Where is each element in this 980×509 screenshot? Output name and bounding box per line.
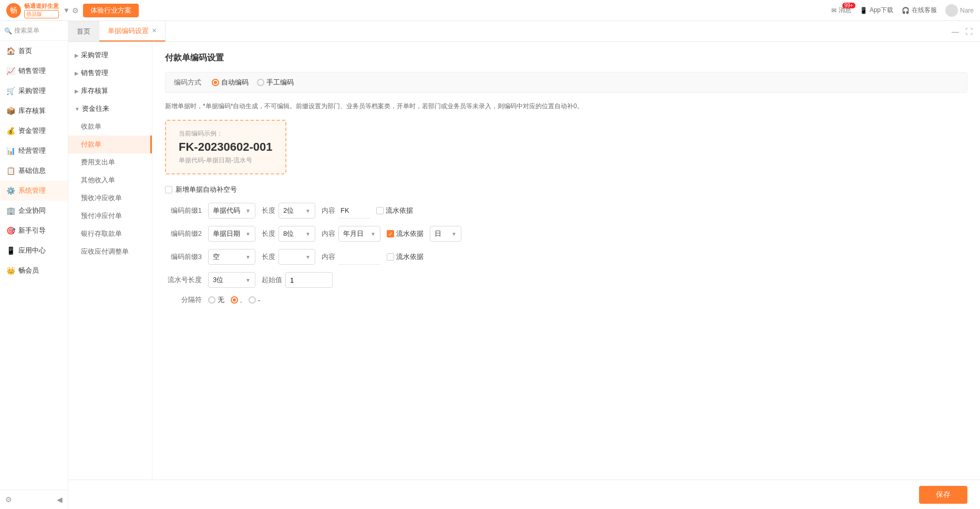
top-bar-nav: ▼ ⚙ [63,6,79,15]
sub-menu-sales-header[interactable]: ▶ 销售管理 [68,64,152,82]
serial-len-select[interactable]: 3位 ▼ [208,272,255,288]
preview-sub: 单据代码-单据日期-流水号 [179,156,273,165]
message-badge: 99+ [842,3,855,8]
sub-menu-inventory-header[interactable]: ▶ 库存核算 [68,82,152,100]
save-button[interactable]: 保存 [919,486,967,504]
collapse-icon[interactable]: ◀ [57,495,63,504]
tab-bar: 首页 单据编码设置 ✕ — ⛶ [68,21,980,42]
sub-menu-item-other-income[interactable]: 其他收入单 [68,171,152,189]
sidebar-item-guide[interactable]: 🎯 新手引导 [0,221,68,241]
search-icon: 🔍 [4,27,12,35]
auto-encode-radio-circle [212,79,219,86]
message-item[interactable]: ✉ 消息 99+ [831,6,851,15]
prefix3-select[interactable]: 空 ▼ [208,249,255,265]
tab-maximize-button[interactable]: ⛶ [964,26,974,37]
sub-menu-purchase: ▶ 采购管理 [68,46,152,64]
service-item[interactable]: 🎧 在线客服 [902,6,937,15]
length1-group: 长度 2位 ▼ [262,203,315,219]
prefix1-select[interactable]: 单据代码 ▼ [208,203,255,219]
tab-serial[interactable]: 单据编码设置 ✕ [99,21,166,41]
serial2-option-select[interactable]: 日 ▼ [430,226,461,242]
content2-group: 内容 年月日 ▼ [322,226,380,242]
manual-encode-radio[interactable]: 手工编码 [257,78,294,87]
trial-button[interactable]: 体验行业方案 [83,4,139,17]
prefix2-select[interactable]: 单据日期 ▼ [208,226,255,242]
encode-method-row: 编码方式 自动编码 手工编码 [165,72,967,93]
user-profile[interactable]: Nare [945,4,974,17]
sidebar-item-apps[interactable]: 📱 应用中心 [0,241,68,261]
sidebar-item-enterprise[interactable]: 🏢 企业协同 [0,201,68,221]
sidebar-item-operation[interactable]: 📊 经营管理 [0,141,68,161]
nav-gear-icon[interactable]: ⚙ [72,6,79,15]
tab-minimize-button[interactable]: — [951,26,960,37]
service-icon: 🎧 [902,7,910,14]
logo: 畅 畅通道好生意 捂品版 [6,2,59,18]
tab-close-icon[interactable]: ✕ [152,27,157,34]
logo-icon: 畅 [6,3,21,18]
sidebar-item-basic[interactable]: 📋 基础信息 [0,161,68,181]
serial-len-select-arrow: ▼ [245,277,251,283]
sub-menu-item-expense[interactable]: 费用支出单 [68,153,152,171]
sub-menu-funds-header[interactable]: ▼ 资金往来 [68,100,152,118]
prefix2-row: 编码前缀2 单据日期 ▼ 长度 8位 ▼ 内容 [165,226,967,242]
sub-menu-item-pre-pay[interactable]: 预付冲应付单 [68,207,152,225]
preview-label: 当前编码示例： [179,129,273,138]
sidebar-item-member[interactable]: 👑 畅会员 [0,261,68,281]
serial2-checkbox[interactable] [387,230,394,237]
sep-none-radio[interactable]: 无 [208,295,224,305]
content2-select[interactable]: 年月日 ▼ [338,226,380,242]
sub-menu-sales: ▶ 销售管理 [68,64,152,82]
sep-dot-radio[interactable]: . [231,296,242,304]
sidebar-item-inventory[interactable]: 📦 库存核算 [0,101,68,121]
nav-chevron-icon[interactable]: ▼ [63,6,70,14]
sub-menu-item-receipt[interactable]: 收款单 [68,118,152,136]
separator-row: 分隔符 无 . - [165,295,967,305]
sidebar-menu: 🏠 首页 📈 销售管理 🛒 采购管理 📦 库存核算 💰 资金管理 📊 经 [0,41,68,490]
tab-home[interactable]: 首页 [68,21,99,41]
sub-menu-purchase-header[interactable]: ▶ 采购管理 [68,46,152,64]
length3-select[interactable]: ▼ [278,249,315,265]
sidebar-item-finance[interactable]: 💰 资金管理 [0,121,68,141]
sidebar-item-sales[interactable]: 📈 销售管理 [0,61,68,81]
info-text: 新增单据时，*单据编码*自动生成，不可编辑。前缀设置为部门、业务员等档案类，开单… [165,101,967,111]
content3-group: 内容 [322,249,380,265]
app-download-item[interactable]: 📱 App下载 [860,6,893,15]
finance-icon: 💰 [6,127,15,135]
sales-icon: 📈 [6,67,15,75]
top-bar-right: ✉ 消息 99+ 📱 App下载 🎧 在线客服 Nare [831,4,974,17]
start-val-input[interactable] [285,272,333,288]
arrow-down-icon: ▼ [75,106,80,112]
content2-select-arrow: ▼ [370,231,376,237]
auto-encode-radio[interactable]: 自动编码 [212,78,249,87]
length2-select[interactable]: 8位 ▼ [278,226,315,242]
home-icon: 🏠 [6,47,15,55]
sep-dash-radio[interactable]: - [249,296,260,304]
settings-icon[interactable]: ⚙ [5,495,12,504]
length3-select-arrow: ▼ [305,254,311,260]
inventory-icon: 📦 [6,107,15,115]
sub-menu-item-pre-collect[interactable]: 预收冲应收单 [68,189,152,207]
basic-icon: 📋 [6,167,15,175]
preview-code: FK-20230602-001 [179,140,273,154]
sub-menu-item-adjust[interactable]: 应收应付调整单 [68,243,152,261]
auto-fill-row: 新增单据自动补空号 [165,185,967,194]
sub-menu-item-bank[interactable]: 银行存取款单 [68,225,152,243]
prefix1-label: 编码前缀1 [165,206,202,215]
length2-select-arrow: ▼ [305,231,311,237]
sub-menu-item-payment[interactable]: 付款单 [68,136,152,153]
sidebar-item-purchase[interactable]: 🛒 采购管理 [0,81,68,101]
bottom-bar: 保存 [68,480,980,509]
serial3-checkbox[interactable] [387,253,394,261]
sidebar-item-system[interactable]: ⚙️ 系统管理 [0,181,68,201]
serial1-checkbox[interactable] [376,207,384,214]
sep-dash-circle [249,296,256,304]
sidebar-item-home[interactable]: 🏠 首页 [0,41,68,61]
sub-menu-inventory: ▶ 库存核算 [68,82,152,100]
length1-select[interactable]: 2位 ▼ [278,203,315,219]
sidebar-search[interactable]: 🔍 搜索菜单 [0,21,68,41]
start-val-group: 起始值 [262,272,333,288]
system-icon: ⚙️ [6,186,15,195]
serial3-check-label: 流水依据 [387,252,424,262]
serial1-check-label: 流水依据 [376,206,413,215]
auto-fill-checkbox[interactable] [165,186,172,193]
